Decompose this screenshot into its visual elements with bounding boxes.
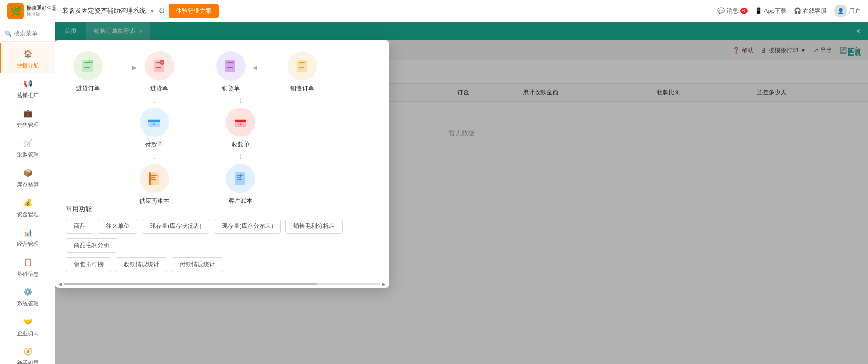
message-button[interactable]: 💬 消息 6 <box>717 7 748 15</box>
func-btn-stock-dist[interactable]: 现存量(库存分布表) <box>214 219 281 234</box>
popup-scrollbar[interactable]: ◀ ▶ <box>55 280 389 288</box>
svg-rect-17 <box>299 67 304 68</box>
svg-rect-22 <box>151 175 157 176</box>
svg-rect-7 <box>156 67 161 68</box>
receipt-icon: ¥ <box>226 108 255 137</box>
scroll-right-icon[interactable]: ▶ <box>382 282 386 287</box>
svg-rect-15 <box>299 62 305 63</box>
main-layout: 🔍 搜索菜单 🏠 快捷导航 📢 营销推广 💼 销售管理 🛒 采购管理 📦 库存核… <box>0 22 868 364</box>
arrow-h-dashed-2: ◀ - - - - <box>253 64 280 71</box>
svg-rect-29 <box>235 172 245 185</box>
svg-text:¥: ¥ <box>239 122 242 126</box>
sidebar-item-sales[interactable]: 💼 销售管理 <box>0 103 55 133</box>
sidebar-item-marketing[interactable]: 📢 营销推广 <box>0 73 55 103</box>
content-area: 首页 销售订单执行表 × × ❓ 帮助 🖨 按模板打印 ▼ ↗ 导出 <box>55 22 868 364</box>
arrow-down-supplier: ↓ <box>152 152 156 161</box>
flow-row-2: ↓ ¥ 付款单 ↓ 供应商账本 <box>66 92 378 205</box>
top-header: 🌿 畅康通好生意 标准版 装备及固定资产辅助管理系统 ▼ ⚙ 体验行业方案 💬 … <box>0 0 868 22</box>
header-right: 💬 消息 6 📱 App下载 🎧 在线客服 👤 用户 <box>717 5 861 17</box>
func-btn-sales-margin[interactable]: 销售毛利分析表 <box>285 219 343 234</box>
trial-button[interactable]: 体验行业方案 <box>169 4 219 18</box>
scroll-left-icon[interactable]: ◀ <box>59 282 62 287</box>
sidebar-item-finance[interactable]: 💰 资金管理 <box>0 192 55 222</box>
purchase-bill-icon: ✓ <box>145 51 174 81</box>
supplier-ledger-icon <box>140 164 169 193</box>
func-btn-payment-stats[interactable]: 付款情况统计 <box>172 257 223 272</box>
basic-icon: 📋 <box>22 255 34 268</box>
sidebar-item-collab[interactable]: 🤝 企业协同 <box>0 311 55 341</box>
svg-rect-24 <box>151 179 156 180</box>
dropdown-arrow-icon[interactable]: ▼ <box>149 8 155 14</box>
common-func-title: 常用功能 <box>66 205 378 213</box>
guide-icon: 🧭 <box>22 345 34 358</box>
app-download-button[interactable]: 📱 App下载 <box>755 7 786 15</box>
user-button[interactable]: 👤 用户 <box>834 5 861 17</box>
avatar: 👤 <box>834 5 847 17</box>
svg-rect-10 <box>225 60 235 72</box>
sidebar-item-purchase[interactable]: 🛒 采购管理 <box>0 133 55 163</box>
scroll-thumb <box>64 283 317 285</box>
sidebar-item-quick-nav[interactable]: 🏠 快捷导航 <box>0 43 55 73</box>
func-btn-partners[interactable]: 往来单位 <box>98 219 137 234</box>
customer-ledger-icon <box>226 164 255 193</box>
sidebar-item-basic[interactable]: 📋 基础信息 <box>0 252 55 282</box>
func-btn-receipt-stats[interactable]: 收款情况统计 <box>116 257 167 272</box>
message-icon: 💬 <box>717 7 725 14</box>
purchase-icon: 🛒 <box>22 136 34 149</box>
func-btn-stock-status[interactable]: 现存量(库存状况表) <box>142 219 209 234</box>
sidebar: 🔍 搜索菜单 🏠 快捷导航 📢 营销推广 💼 销售管理 🛒 采购管理 📦 库存核… <box>0 22 55 364</box>
flow-node-purchase-order[interactable]: 进货订单 <box>73 51 103 92</box>
finance-icon: 💰 <box>22 196 34 209</box>
system-title: 装备及固定资产辅助管理系统 ▼ ⚙ 体验行业方案 <box>62 4 717 18</box>
flow-node-supplier-ledger[interactable]: 供应商账本 <box>139 164 169 205</box>
flow-row-1: 进货订单 - - - - ▶ ✓ 进货单 <box>66 51 378 92</box>
sidebar-item-system[interactable]: ⚙️ 系统管理 <box>0 282 55 311</box>
search-bar[interactable]: 🔍 搜索菜单 <box>0 26 55 42</box>
svg-rect-23 <box>151 177 155 178</box>
logo-area: 🌿 畅康通好生意 标准版 <box>7 3 62 19</box>
arrow-down-payment: ↓ <box>152 95 156 105</box>
svg-text:✓: ✓ <box>160 60 164 65</box>
collab-icon: 🤝 <box>22 315 34 328</box>
svg-rect-16 <box>299 65 303 65</box>
func-btn-goods[interactable]: 商品 <box>66 219 93 234</box>
flow-node-customer-ledger[interactable]: 客户账本 <box>226 164 255 205</box>
flow-col-payment: ↓ ¥ 付款单 ↓ 供应商账本 <box>132 92 176 205</box>
svg-rect-14 <box>297 60 307 72</box>
svg-rect-6 <box>156 65 160 65</box>
func-buttons-row2: 销售排行榜 收款情况统计 付款情况统计 <box>66 257 378 272</box>
flow-node-payment[interactable]: ¥ 付款单 <box>140 108 169 149</box>
flow-node-sales-order[interactable]: 销售订单 <box>288 51 317 92</box>
flow-node-sales-bill[interactable]: 销货单 <box>216 51 246 92</box>
arrow-h-dashed-1: - - - - ▶ <box>110 64 137 71</box>
svg-rect-25 <box>149 172 151 185</box>
scroll-track <box>64 283 380 285</box>
logo-icon: 🌿 <box>7 3 24 19</box>
search-icon: 🔍 <box>5 30 12 37</box>
func-buttons-row1: 商品 往来单位 现存量(库存状况表) 现存量(库存分布表) 销售毛利分析表 商品… <box>66 219 378 253</box>
sidebar-item-inventory[interactable]: 📦 库存核算 <box>0 163 55 192</box>
flow-node-receipt[interactable]: ¥ 收款单 <box>226 108 255 149</box>
svg-rect-11 <box>227 62 234 63</box>
func-btn-sales-rank[interactable]: 销售排行榜 <box>66 257 111 272</box>
popup: 进货订单 - - - - ▶ ✓ 进货单 <box>55 40 389 288</box>
marketing-icon: 📢 <box>22 77 34 90</box>
payment-icon: ¥ <box>140 108 169 137</box>
sales-bill-icon <box>216 51 246 81</box>
arrow-down-customer: ↓ <box>239 152 243 161</box>
operation-icon: 📊 <box>22 226 34 239</box>
sidebar-item-guide[interactable]: 🧭 新手引导 <box>0 341 55 364</box>
inventory-icon: 📦 <box>22 166 34 179</box>
flow-node-purchase-bill[interactable]: ✓ 进货单 <box>145 51 174 92</box>
message-badge: 6 <box>740 8 748 14</box>
online-service-button[interactable]: 🎧 在线客服 <box>794 7 827 15</box>
gear-icon[interactable]: ⚙ <box>158 6 165 15</box>
sidebar-item-operation[interactable]: 📊 经营管理 <box>0 222 55 252</box>
func-btn-goods-margin[interactable]: 商品毛利分析 <box>66 238 117 253</box>
logo-text: 畅康通好生意 标准版 <box>27 5 57 17</box>
quick-nav-icon: 🏠 <box>22 47 34 60</box>
svg-rect-12 <box>227 65 232 65</box>
overlay: 进货订单 - - - - ▶ ✓ 进货单 <box>55 22 868 364</box>
system-icon: ⚙️ <box>22 285 34 298</box>
svg-rect-13 <box>227 67 233 68</box>
